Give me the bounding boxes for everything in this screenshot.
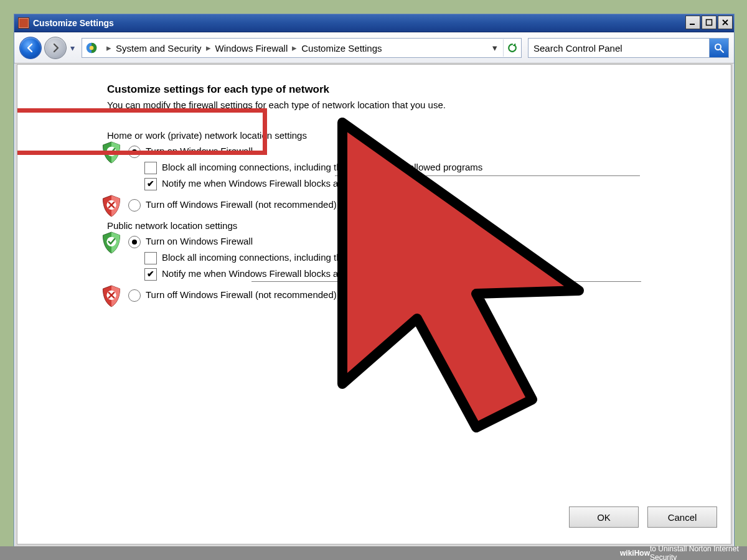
radio-private-off[interactable] — [128, 199, 141, 212]
chevron-right-icon: ▸ — [206, 42, 211, 54]
close-button[interactable] — [718, 16, 733, 29]
shield-on-icon — [101, 231, 122, 254]
page-title: Customize settings for each type of netw… — [107, 83, 716, 96]
label-public-block: Block all incoming connections, includin… — [162, 252, 396, 263]
svg-point-3 — [90, 46, 94, 50]
svg-rect-1 — [707, 20, 712, 26]
chevron-right-icon: ▸ — [292, 42, 297, 54]
shield-on-icon — [101, 141, 122, 164]
firewall-icon — [85, 41, 98, 55]
content-pane: Customize settings for each type of netw… — [17, 64, 731, 544]
label-private-notify: Notify me when Windows Firewall blocks a… — [162, 178, 395, 189]
cancel-button[interactable]: Cancel — [647, 506, 717, 528]
watermark-text: to Uninstall Norton Internet Security — [650, 544, 747, 560]
label-private-off: Turn off Windows Firewall (not recommend… — [146, 199, 337, 210]
section-header-private: Home or work (private) network location … — [107, 130, 716, 141]
refresh-button[interactable] — [503, 39, 521, 57]
checkbox-public-block[interactable] — [144, 252, 157, 264]
watermark-brand: wikiHow — [620, 549, 650, 558]
label-public-off: Turn off Windows Firewall (not recommend… — [146, 289, 337, 300]
radio-private-on[interactable] — [128, 146, 141, 158]
firewall-appicon — [18, 17, 29, 29]
page-subtitle: You can modify the firewall settings for… — [107, 100, 716, 110]
checkbox-private-notify[interactable] — [144, 178, 157, 190]
maximize-button[interactable] — [702, 16, 716, 29]
nav-back-button[interactable] — [19, 37, 42, 59]
window-title: Customize Settings — [33, 18, 114, 28]
label-private-block: Block all incoming connections, includin… — [162, 162, 482, 172]
label-public-notify: Notify me when Windows Firewall blocks a… — [162, 268, 395, 279]
nav-forward-button[interactable] — [44, 37, 67, 59]
label-public-on: Turn on Windows Firewall — [146, 236, 253, 246]
label-private-on: Turn on Windows Firewall — [146, 146, 253, 156]
nav-toolbar: ▾ ▸ System and Security ▸ Windows Firewa… — [14, 32, 734, 63]
shield-off-icon — [101, 284, 122, 308]
checkbox-public-notify[interactable] — [144, 268, 157, 281]
checkbox-private-block[interactable] — [144, 162, 157, 174]
nav-history-drop[interactable]: ▾ — [67, 43, 78, 53]
breadcrumb-item[interactable]: Windows Firewall — [215, 43, 288, 54]
breadcrumb-item[interactable]: System and Security — [116, 43, 202, 54]
ok-button[interactable]: OK — [569, 506, 639, 528]
svg-rect-0 — [690, 24, 695, 25]
wikihow-watermark: wikiHow to Uninstall Norton Internet Sec… — [0, 546, 747, 560]
breadcrumb-item[interactable]: Customize Settings — [301, 43, 382, 54]
address-bar[interactable]: ▸ System and Security ▸ Windows Firewall… — [82, 38, 522, 58]
minimize-button[interactable] — [685, 16, 700, 29]
radio-public-on[interactable] — [128, 236, 141, 248]
search-input[interactable] — [529, 43, 709, 54]
section-rule — [251, 281, 641, 282]
chevron-right-icon: ▸ — [106, 42, 111, 54]
shield-off-icon — [101, 194, 122, 218]
title-bar: Customize Settings — [14, 14, 734, 32]
search-box[interactable] — [528, 38, 729, 58]
search-button[interactable] — [709, 39, 728, 57]
radio-public-off[interactable] — [128, 289, 141, 302]
section-header-public: Public network location settings — [107, 220, 716, 231]
addr-dropdown-icon[interactable]: ▾ — [487, 42, 503, 54]
